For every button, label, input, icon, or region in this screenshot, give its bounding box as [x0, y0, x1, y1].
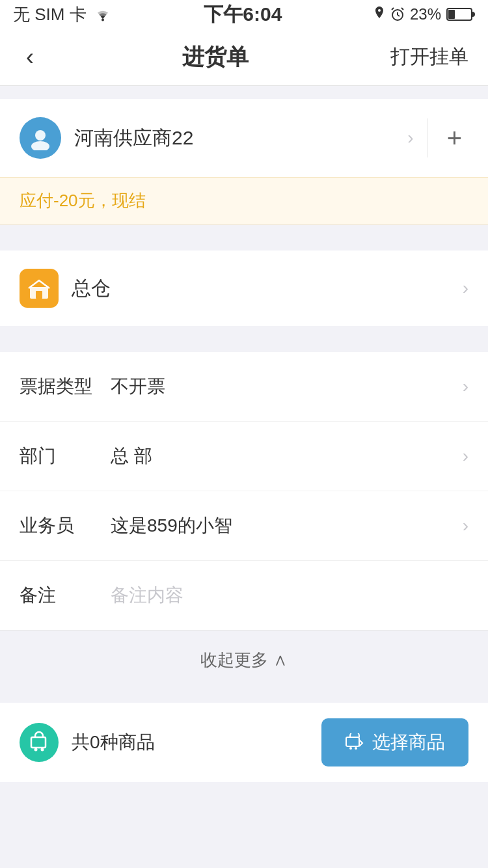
status-time: 下午6:04 [204, 1, 282, 28]
gap-3 [0, 326, 488, 339]
location-icon [373, 7, 385, 22]
salesman-label: 业务员 [20, 513, 111, 538]
product-icon [20, 723, 59, 762]
product-bar: 共0种商品 选择商品 [0, 703, 488, 782]
avatar-icon [28, 126, 53, 150]
warehouse-icon [20, 269, 59, 308]
form-section: 票据类型 不开票 › 部门 总 部 › 业务员 这是859的小智 › 备注 备注… [0, 352, 488, 630]
supplier-avatar [20, 117, 61, 159]
status-icons: 23% [373, 5, 475, 23]
select-cart-icon [345, 733, 364, 752]
salesman-chevron-icon: › [463, 515, 468, 536]
nav-bar: ‹ 进货单 打开挂单 [0, 29, 488, 86]
supplier-divider [427, 118, 427, 157]
supplier-row[interactable]: 河南供应商22 › [20, 99, 414, 177]
cart-icon [27, 731, 51, 754]
remark-label: 备注 [20, 583, 111, 608]
remark-input[interactable]: 备注内容 [111, 583, 468, 608]
svg-rect-5 [448, 10, 455, 19]
status-bar: 无 SIM 卡 下午6:04 23% [0, 0, 488, 29]
department-row[interactable]: 部门 总 部 › [0, 422, 488, 491]
svg-rect-9 [36, 291, 42, 299]
notice-banner: 应付-20元，现结 [0, 177, 488, 224]
notice-text: 应付-20元，现结 [20, 191, 146, 210]
select-product-button[interactable]: 选择商品 [321, 718, 468, 766]
svg-line-3 [398, 15, 400, 16]
salesman-row[interactable]: 业务员 这是859的小智 › [0, 491, 488, 561]
svg-point-6 [35, 130, 46, 141]
alarm-icon [390, 7, 405, 22]
warehouse-name: 总仓 [72, 275, 456, 302]
page-title: 进货单 [182, 42, 249, 72]
gap-1 [0, 86, 488, 99]
product-count-text: 共0种商品 [72, 730, 155, 755]
svg-point-15 [355, 747, 357, 750]
supplier-section: 河南供应商22 › + [0, 99, 488, 177]
status-carrier-area: 无 SIM 卡 [13, 3, 113, 26]
svg-point-12 [41, 748, 44, 752]
battery-icon [446, 7, 475, 21]
invoice-type-row[interactable]: 票据类型 不开票 › [0, 352, 488, 422]
department-value: 总 部 [111, 444, 456, 468]
add-supplier-button[interactable]: + [441, 117, 468, 159]
page-fill [0, 782, 488, 868]
battery-text: 23% [410, 5, 441, 23]
carrier-text: 无 SIM 卡 [13, 3, 87, 26]
svg-rect-13 [346, 737, 359, 746]
svg-point-7 [31, 141, 49, 150]
invoice-label: 票据类型 [20, 374, 111, 399]
invoice-chevron-icon: › [463, 376, 468, 397]
open-pending-button[interactable]: 打开挂单 [390, 44, 468, 70]
select-product-label: 选择商品 [372, 730, 445, 755]
collapse-button[interactable]: 收起更多 ∧ [200, 649, 287, 671]
supplier-chevron-icon: › [407, 128, 413, 148]
back-button[interactable]: ‹ [20, 37, 40, 77]
collapse-section: 收起更多 ∧ [0, 630, 488, 690]
svg-point-0 [102, 19, 104, 21]
salesman-value: 这是859的小智 [111, 513, 456, 538]
department-label: 部门 [20, 444, 111, 468]
gap-2 [0, 224, 488, 237]
warehouse-chevron-icon: › [463, 278, 468, 299]
svg-rect-10 [31, 737, 46, 748]
product-info: 共0种商品 [20, 723, 155, 762]
wifi-icon [93, 7, 113, 21]
svg-point-14 [349, 747, 352, 750]
svg-point-11 [34, 748, 38, 752]
supplier-name: 河南供应商22 [74, 125, 401, 152]
invoice-value: 不开票 [111, 374, 456, 399]
warehouse-svg-icon [27, 277, 51, 300]
department-chevron-icon: › [463, 446, 468, 467]
warehouse-row[interactable]: 总仓 › [20, 251, 468, 326]
remark-row[interactable]: 备注 备注内容 [0, 561, 488, 630]
warehouse-section[interactable]: 总仓 › [0, 251, 488, 326]
